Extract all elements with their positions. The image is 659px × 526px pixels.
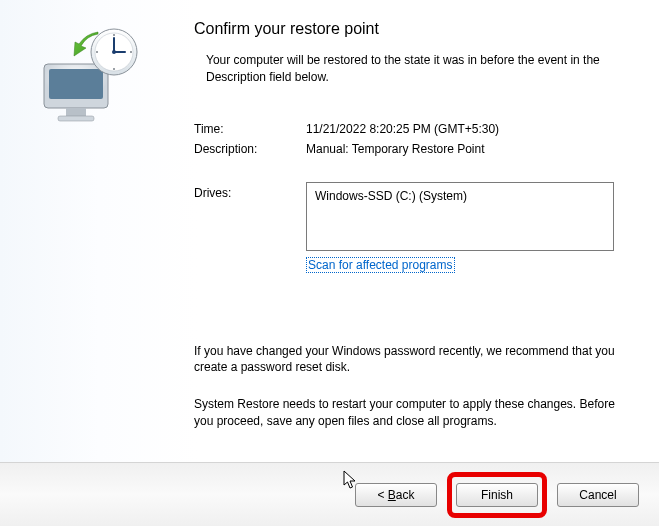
intro-text: Your computer will be restored to the st… [194, 52, 629, 86]
svg-point-8 [112, 50, 116, 54]
svg-point-12 [96, 51, 98, 53]
scan-affected-programs-link[interactable]: Scan for affected programs [306, 257, 455, 273]
notes-block: If you have changed your Windows passwor… [194, 343, 629, 430]
restore-point-info: Time: 11/21/2022 8:20:25 PM (GMT+5:30) D… [194, 122, 629, 273]
svg-rect-1 [49, 69, 103, 99]
page-title: Confirm your restore point [194, 20, 629, 38]
time-row: Time: 11/21/2022 8:20:25 PM (GMT+5:30) [194, 122, 629, 136]
svg-point-9 [113, 34, 115, 36]
restart-note: System Restore needs to restart your com… [194, 396, 629, 430]
system-restore-icon [38, 28, 180, 133]
drive-item: Windows-SSD (C:) (System) [315, 189, 467, 203]
description-label: Description: [194, 142, 306, 156]
svg-point-11 [113, 68, 115, 70]
svg-rect-2 [66, 108, 86, 116]
wizard-main-area: Confirm your restore point Your computer… [0, 0, 659, 462]
drives-row: Drives: Windows-SSD (C:) (System) Scan f… [194, 182, 629, 273]
drives-label: Drives: [194, 182, 306, 273]
drives-content: Windows-SSD (C:) (System) Scan for affec… [306, 182, 629, 273]
password-note: If you have changed your Windows passwor… [194, 343, 629, 377]
description-row: Description: Manual: Temporary Restore P… [194, 142, 629, 156]
cancel-button[interactable]: Cancel [557, 483, 639, 507]
back-button[interactable]: < Back [355, 483, 437, 507]
wizard-content: Confirm your restore point Your computer… [180, 0, 659, 462]
wizard-footer: < Back Finish Cancel [0, 462, 659, 526]
time-label: Time: [194, 122, 306, 136]
finish-button-highlight: Finish [447, 472, 547, 518]
svg-point-10 [130, 51, 132, 53]
time-value: 11/21/2022 8:20:25 PM (GMT+5:30) [306, 122, 629, 136]
description-value: Manual: Temporary Restore Point [306, 142, 629, 156]
drives-listbox[interactable]: Windows-SSD (C:) (System) [306, 182, 614, 251]
wizard-sidebar [0, 0, 180, 462]
svg-rect-3 [58, 116, 94, 121]
finish-button[interactable]: Finish [456, 483, 538, 507]
